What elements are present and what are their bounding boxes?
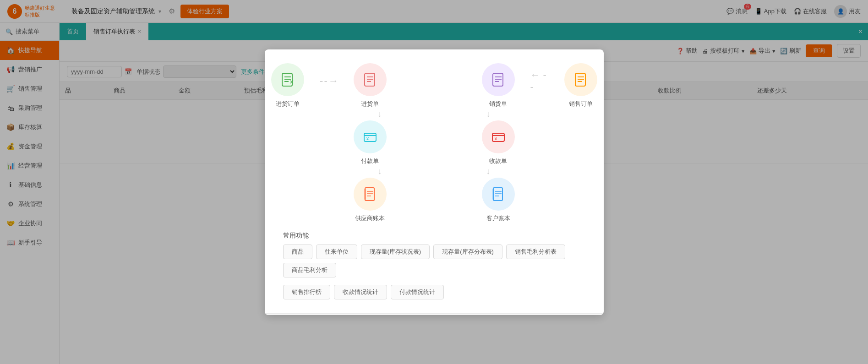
svg-rect-19 — [492, 133, 504, 141]
func-button-0[interactable]: 商品 — [283, 244, 312, 259]
arrow-down-receipt: ↓ — [461, 165, 515, 178]
purchase-order-icon — [271, 63, 304, 96]
flow-label-supplier-account: 供应商账本 — [355, 214, 385, 223]
svg-rect-23 — [364, 189, 366, 200]
arrow-down-sales-slip: ↓ — [461, 108, 515, 120]
flow-label-customer-account: 客户账本 — [486, 214, 510, 223]
func-button-4[interactable]: 销售毛利分析表 — [506, 244, 565, 259]
func-button-8[interactable]: 付款情况统计 — [391, 285, 444, 299]
modal-scrollbar[interactable]: ◀ ▶ — [265, 313, 604, 315]
common-funcs-title: 常用功能 — [283, 232, 585, 240]
svg-rect-16 — [364, 133, 376, 141]
flow-label-sales-order: 销售订单 — [569, 100, 593, 108]
svg-rect-22 — [365, 188, 374, 201]
supplier-account-icon — [354, 178, 387, 211]
modal-overlay[interactable]: 进货订单 - - → 进货单 — [0, 0, 868, 364]
common-funcs-section: 常用功能 商品往来单位现存量(库存状况表)现存量(库存分布表)销售毛利分析表商品… — [283, 232, 585, 299]
flow-label-sales-slip: 销货单 — [489, 100, 507, 108]
flow-label-purchase-order: 进货订单 — [276, 100, 300, 108]
sales-order-icon — [564, 63, 597, 96]
flow-node-purchase-slip[interactable]: 进货单 — [338, 63, 402, 108]
flow-label-receipt: 收款单 — [489, 157, 507, 165]
flow-node-customer-account[interactable]: 客户账本 — [466, 178, 530, 223]
flow-node-purchase-order[interactable]: 进货订单 — [265, 63, 320, 108]
receipt-icon: ¥ — [482, 120, 515, 153]
flow-node-sales-order[interactable]: 销售订单 — [549, 63, 604, 108]
purchase-slip-icon — [354, 63, 387, 96]
func-button-5[interactable]: 商品毛利分析 — [283, 263, 336, 277]
arrow-down-purchase: ↓ — [353, 108, 407, 120]
svg-rect-28 — [492, 189, 494, 200]
flow-node-payment[interactable]: ¥ 付款单 — [338, 120, 402, 165]
func-buttons-group: 商品往来单位现存量(库存状况表)现存量(库存分布表)销售毛利分析表商品毛利分析销… — [283, 244, 585, 299]
func-button-1[interactable]: 往来单位 — [316, 244, 357, 259]
flow-node-supplier-account[interactable]: 供应商账本 — [338, 178, 402, 223]
func-button-2[interactable]: 现存量(库存状况表) — [361, 244, 430, 259]
customer-account-icon — [482, 178, 515, 211]
payment-icon: ¥ — [354, 120, 387, 153]
svg-text:¥: ¥ — [494, 136, 497, 141]
flow-label-purchase-slip: 进货单 — [361, 100, 379, 108]
svg-text:¥: ¥ — [366, 136, 369, 141]
flow-node-sales-slip[interactable]: 销货单 — [466, 63, 530, 108]
svg-rect-27 — [493, 188, 502, 201]
flow-node-receipt[interactable]: ¥ 收款单 — [466, 120, 530, 165]
quick-nav-modal: 进货订单 - - → 进货单 — [265, 49, 604, 315]
func-button-3[interactable]: 现存量(库存分布表) — [433, 244, 502, 259]
arrow-down-payment: ↓ — [353, 165, 407, 178]
func-button-7[interactable]: 收款情况统计 — [334, 285, 387, 299]
flow-label-payment: 付款单 — [361, 157, 379, 165]
sales-slip-icon — [482, 63, 515, 96]
func-button-6[interactable]: 销售排行榜 — [283, 285, 330, 299]
